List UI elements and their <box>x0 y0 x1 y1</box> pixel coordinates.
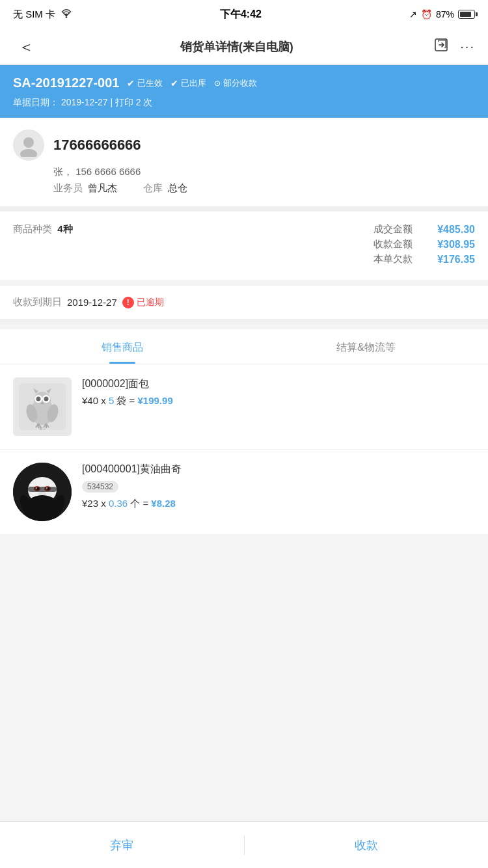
product-price-1: ¥40 x 5 袋 = ¥199.99 <box>82 395 475 407</box>
due-date-value: 2019-12-27 <box>67 297 117 308</box>
cancel-button[interactable]: 弃审 <box>0 824 244 866</box>
tab-billing[interactable]: 结算&物流等 <box>244 329 488 364</box>
divider-2 <box>0 319 488 324</box>
status-right: ↗ ⏰ 87% <box>409 9 475 20</box>
tabs-row: 销售商品 结算&物流等 <box>0 329 488 364</box>
summary-row: 商品种类 4种 成交金额 ¥485.30 收款金额 ¥308.95 本单欠款 ¥… <box>13 223 475 268</box>
svg-point-9 <box>36 397 41 401</box>
overdue-warning-icon: ! <box>122 297 134 308</box>
product-details-2: [000400001]黄油曲奇 534532 ¥23 x 0.36 个 = ¥8… <box>82 463 475 510</box>
page-title: 销货单详情(来自电脑) <box>180 39 293 55</box>
nav-actions: ··· <box>434 38 475 55</box>
svg-point-34 <box>36 487 37 489</box>
divider-1 <box>0 206 488 211</box>
alarm-icon: ⏰ <box>421 9 432 20</box>
status-effected: ✔ 已生效 <box>127 77 163 89</box>
summary-section: 商品种类 4种 成交金额 ¥485.30 收款金额 ¥308.95 本单欠款 ¥… <box>0 211 488 280</box>
product-name-1: [0000002]面包 <box>82 377 475 391</box>
customer-avatar <box>13 129 44 161</box>
customer-section: 17666666666 张， 156 6666 6666 业务员 曾凡杰 仓库 … <box>0 118 488 206</box>
product-thumbnail-1: 暂+ <box>13 377 72 436</box>
status-partial-payment: ⊙ 部分收款 <box>214 77 257 89</box>
location-icon: ↗ <box>409 9 417 20</box>
balance-amount-row: 本单欠款 ¥176.35 <box>373 253 475 265</box>
customer-name-phone: 张， 156 6666 6666 <box>53 166 475 178</box>
product-item: 暂+ [0000002]面包 ¥40 x 5 袋 = ¥199.99 <box>0 364 488 450</box>
svg-text:暂+: 暂+ <box>39 427 46 430</box>
bottom-bar: 弃审 收款 <box>0 821 488 868</box>
product-list: 暂+ [0000002]面包 ¥40 x 5 袋 = ¥199.99 <box>0 364 488 535</box>
wifi-icon <box>61 9 72 20</box>
product-thumbnail-2 <box>13 463 72 521</box>
confirm-button[interactable]: 收款 <box>245 824 489 866</box>
svg-point-10 <box>44 397 49 401</box>
status-shipped: ✔ 已出库 <box>170 77 206 89</box>
svg-point-35 <box>46 487 47 489</box>
order-id: SA-20191227-001 <box>13 75 119 90</box>
customer-row: 17666666666 <box>13 129 475 161</box>
overdue-badge: ! 已逾期 <box>122 297 164 308</box>
customer-phone: 17666666666 <box>53 137 141 154</box>
customer-info-row: 业务员 曾凡杰 仓库 总仓 <box>53 182 475 195</box>
received-amount-row: 收款金额 ¥308.95 <box>373 238 475 251</box>
more-button[interactable]: ··· <box>460 39 475 54</box>
clock-icon: ⊙ <box>214 79 221 88</box>
status-left: 无 SIM 卡 <box>13 8 72 21</box>
sales-info: 业务员 曾凡杰 <box>53 182 117 195</box>
product-price-2: ¥23 x 0.36 个 = ¥8.28 <box>82 498 475 510</box>
product-details-1: [0000002]面包 ¥40 x 5 袋 = ¥199.99 <box>82 377 475 407</box>
share-button[interactable] <box>434 38 448 55</box>
nav-bar: ＜ 销货单详情(来自电脑) ··· <box>0 29 488 65</box>
product-sku-2: 534532 <box>82 481 118 493</box>
status-bar: 无 SIM 卡 下午4:42 ↗ ⏰ 87% <box>0 0 488 29</box>
svg-point-0 <box>66 16 68 18</box>
order-meta: 单据日期： 2019-12-27 | 打印 2 次 <box>13 97 475 109</box>
product-type-info: 商品种类 4种 <box>13 223 73 236</box>
order-id-row: SA-20191227-001 ✔ 已生效 ✔ 已出库 ⊙ 部分收款 <box>13 75 475 90</box>
tabs-section: 销售商品 结算&物流等 <box>0 329 488 364</box>
due-date-section: 收款到期日 2019-12-27 ! 已逾期 <box>0 285 488 319</box>
amounts-block: 成交金额 ¥485.30 收款金额 ¥308.95 本单欠款 ¥176.35 <box>373 223 475 268</box>
check-icon-2: ✔ <box>170 78 178 88</box>
battery-text: 87% <box>436 9 454 20</box>
svg-point-3 <box>20 149 37 157</box>
warehouse-info: 仓库 总仓 <box>143 182 187 195</box>
back-button[interactable]: ＜ <box>13 31 39 62</box>
deal-amount-row: 成交金额 ¥485.30 <box>373 223 475 236</box>
product-name-2: [000400001]黄油曲奇 <box>82 463 475 476</box>
svg-rect-30 <box>28 487 57 492</box>
svg-point-2 <box>23 137 34 148</box>
tab-products[interactable]: 销售商品 <box>0 329 244 364</box>
battery-icon <box>458 10 475 19</box>
product-item-2: [000400001]黄油曲奇 534532 ¥23 x 0.36 个 = ¥8… <box>0 450 488 535</box>
status-time: 下午4:42 <box>220 8 262 21</box>
carrier-text: 无 SIM 卡 <box>13 8 55 21</box>
check-icon: ✔ <box>127 78 135 88</box>
order-banner: SA-20191227-001 ✔ 已生效 ✔ 已出库 ⊙ 部分收款 单据日期：… <box>0 65 488 118</box>
